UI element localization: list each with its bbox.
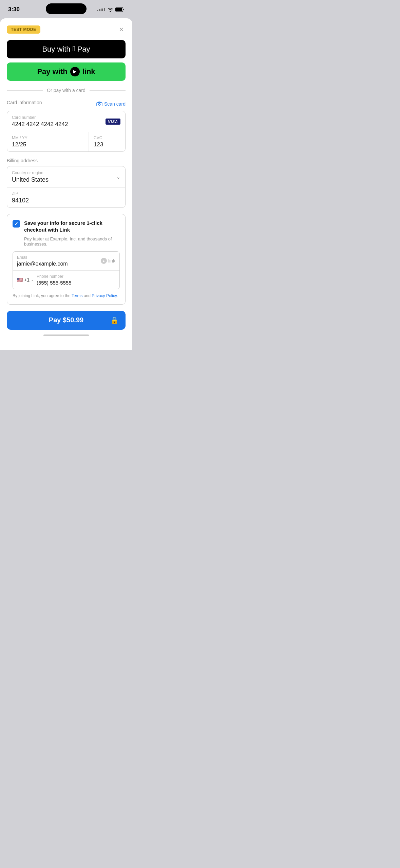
sheet-header: TEST MODE ×	[7, 25, 126, 34]
phone-row: 🇺🇸 +1 ⌄ Phone number	[13, 271, 119, 289]
card-expiry-field[interactable]: MM / YY	[7, 132, 89, 151]
status-time: 3:30	[8, 6, 20, 13]
scan-card-button[interactable]: Scan card	[96, 101, 126, 107]
card-number-input[interactable]	[12, 121, 84, 128]
phone-inner: Phone number	[37, 274, 115, 286]
cvc-input[interactable]	[94, 141, 126, 148]
card-number-inner: Card number	[12, 115, 84, 128]
flag-icon: 🇺🇸	[17, 277, 23, 283]
scan-card-label: Scan card	[104, 101, 126, 107]
card-number-label: Card number	[12, 115, 84, 120]
pay-with-link-button[interactable]: Pay with ► link	[7, 62, 126, 81]
chevron-down-icon: ⌄	[116, 174, 120, 180]
country-label: Country or region	[12, 170, 49, 175]
save-info-description: Pay faster at Example, Inc. and thousand…	[13, 236, 120, 247]
zip-row[interactable]: ZIP	[7, 188, 125, 207]
country-code: +1	[24, 277, 30, 283]
phone-input[interactable]	[37, 280, 115, 286]
country-row[interactable]: Country or region United States ⌄	[7, 166, 125, 188]
svg-point-3	[98, 104, 100, 106]
email-inner: Email	[17, 255, 85, 267]
test-mode-badge: TEST MODE	[7, 25, 40, 34]
pay-button[interactable]: Pay $50.99 🔒	[7, 311, 126, 330]
wifi-icon	[107, 7, 113, 12]
visa-logo: VISA	[106, 119, 120, 125]
billing-address-box: Country or region United States ⌄ ZIP	[7, 166, 126, 208]
billing-address-label: Billing address	[7, 158, 126, 163]
country-inner: Country or region United States	[12, 170, 49, 183]
payment-sheet: TEST MODE × Buy with  Pay Pay with ► li…	[0, 18, 132, 350]
home-indicator	[43, 334, 89, 336]
terms-link[interactable]: Terms	[72, 293, 83, 298]
apple-logo-icon: 	[73, 45, 75, 53]
phone-country-selector[interactable]: 🇺🇸 +1 ⌄	[17, 277, 34, 283]
terms-text: By joining Link, you agree to the Terms …	[13, 293, 120, 299]
card-cvc-field[interactable]: CVC 135	[89, 132, 126, 151]
divider-line-left	[7, 90, 43, 91]
checkmark-icon: ✓	[14, 221, 18, 227]
zip-input[interactable]	[12, 197, 120, 204]
terms-period: .	[117, 293, 118, 298]
divider: Or pay with a card	[7, 88, 126, 93]
expiry-input[interactable]	[12, 141, 84, 148]
status-bar: 3:30	[0, 0, 132, 17]
cvc-label: CVC	[94, 135, 126, 140]
card-info-label: Card information	[7, 100, 42, 105]
save-info-box: ✓ Save your info for secure 1-click chec…	[7, 214, 126, 305]
email-row: Email ► link	[13, 252, 119, 271]
link-small-icon: ►	[101, 258, 107, 264]
save-info-checkbox[interactable]: ✓	[13, 220, 20, 228]
email-label: Email	[17, 255, 85, 260]
divider-text: Or pay with a card	[47, 88, 85, 93]
phone-label: Phone number	[37, 274, 115, 279]
link-pay-prefix: Pay with	[37, 67, 67, 76]
divider-line-right	[90, 90, 126, 91]
card-number-row: Card number VISA	[7, 111, 125, 132]
pay-button-label: Pay $50.99	[49, 316, 83, 324]
apple-pay-prefix: Buy with	[42, 45, 70, 54]
privacy-policy-link[interactable]: Privacy Policy	[92, 293, 117, 298]
camera-icon	[96, 102, 102, 106]
expiry-label: MM / YY	[12, 135, 84, 140]
dynamic-island	[46, 3, 87, 14]
card-bottom-row: MM / YY CVC 135	[7, 132, 125, 151]
save-info-title: Save your info for secure 1-click checko…	[24, 220, 120, 234]
card-info-header: Card information Scan card	[7, 100, 126, 108]
terms-prefix: By joining Link, you agree to the	[13, 293, 72, 298]
link-pay-suffix: link	[82, 67, 95, 76]
status-icons	[97, 7, 124, 12]
apple-pay-suffix: Pay	[77, 45, 90, 54]
terms-and: and	[83, 293, 92, 298]
email-input[interactable]	[17, 261, 85, 267]
email-phone-box: Email ► link 🇺🇸 +1 ⌄ Phone number	[13, 251, 120, 289]
close-button[interactable]: ×	[117, 25, 126, 34]
card-info-box: Card number VISA MM / YY CVC 1	[7, 111, 126, 152]
phone-chevron-icon: ⌄	[31, 277, 34, 282]
svg-rect-2	[97, 103, 102, 106]
privacy-link-text: Privacy Policy	[92, 293, 117, 298]
battery-icon	[115, 7, 124, 12]
svg-rect-1	[116, 8, 122, 11]
zip-label: ZIP	[12, 191, 120, 196]
link-badge-text: link	[108, 258, 115, 264]
link-arrow-icon: ►	[70, 67, 80, 76]
apple-pay-button[interactable]: Buy with  Pay	[7, 40, 126, 58]
lock-icon: 🔒	[110, 316, 119, 324]
save-info-header: ✓ Save your info for secure 1-click chec…	[13, 220, 120, 234]
signal-icon	[97, 8, 105, 11]
link-badge: ► link	[101, 258, 115, 264]
country-value: United States	[12, 176, 49, 183]
